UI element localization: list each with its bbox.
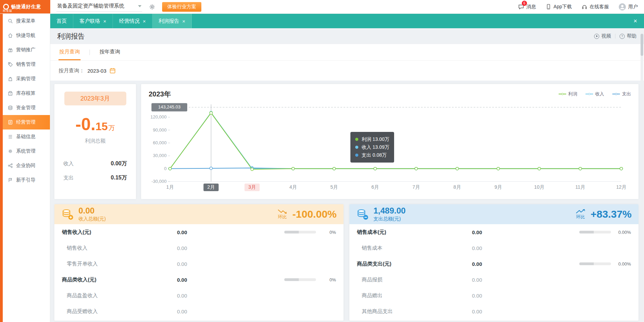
settings-button[interactable]: [149, 4, 155, 10]
profit-line-chart: -30,000030,00060,00090,000120,000143,245…: [149, 102, 631, 192]
inventory-icon: [8, 91, 13, 96]
svg-text:2月: 2月: [207, 184, 215, 190]
svg-text:3月: 3月: [248, 184, 256, 190]
svg-text:8月: 8月: [453, 184, 461, 190]
progress-percent: 0%: [319, 230, 336, 235]
tab-经营情况[interactable]: 经营情况×: [113, 14, 152, 28]
stat-row: 销售收入0.00: [54, 240, 344, 256]
close-tab-icon[interactable]: ×: [182, 18, 186, 24]
stat-row: 其他商品支出0.00: [349, 303, 638, 319]
progress-bar: 0.00%: [579, 261, 631, 267]
sidebar-item-label: 新手引导: [16, 177, 35, 183]
headset-icon: [581, 4, 588, 10]
sidebar-item-business[interactable]: 经营管理: [0, 115, 50, 129]
calendar-icon[interactable]: [109, 67, 116, 74]
logo-edition: 标准版: [3, 9, 12, 13]
app-download-button[interactable]: App下载: [546, 4, 572, 10]
query-tabs: 按月查询 按年查询: [50, 44, 644, 61]
message-badge: 6: [522, 1, 527, 6]
legend-item-利润[interactable]: 利润: [559, 91, 577, 97]
guide-icon: [8, 177, 13, 183]
stat-row-value: 0.00: [472, 229, 579, 235]
sidebar-item-funds[interactable]: 资金管理: [0, 101, 50, 115]
stat-row-label: 销售收入(元): [62, 229, 177, 236]
scrollbar[interactable]: [641, 30, 643, 321]
sidebar-item-search[interactable]: 搜索菜单: [0, 14, 50, 28]
tab-label: 经营情况: [119, 18, 140, 24]
stat-row-label: 销售收入: [62, 245, 177, 251]
tab-yearly-query[interactable]: 按年查询: [99, 44, 121, 60]
sidebar-item-label: 经营管理: [16, 119, 35, 125]
tab-monthly-query[interactable]: 按月查询: [59, 44, 81, 60]
svg-text:30,000: 30,000: [153, 153, 167, 158]
progress-percent: 0.00%: [614, 261, 631, 267]
video-link[interactable]: 视频: [594, 33, 611, 39]
month-query-label: 按月查询：: [59, 67, 84, 74]
sidebar-item-inventory[interactable]: 库存核算: [0, 86, 50, 101]
tab-label: 首页: [56, 18, 67, 24]
avatar-icon: [619, 3, 626, 11]
svg-text:1月: 1月: [166, 184, 174, 190]
system-select[interactable]: 装备及固定资产辅助管理系统: [56, 2, 142, 12]
income-row: 收入 0.00万: [61, 157, 130, 171]
sales-icon: [8, 62, 13, 67]
logo-title: 畅捷通好生意: [11, 4, 41, 10]
profit-summary-card: 2023年3月 -0.15万 利润总额 收入 0.00万: [54, 84, 136, 199]
sidebar-item-info[interactable]: 基础信息: [0, 129, 50, 144]
search-icon: [8, 18, 13, 24]
help-link[interactable]: ? 帮助: [620, 33, 636, 39]
tab-首页[interactable]: 首页: [50, 14, 73, 28]
tab-label: 客户联络: [80, 18, 100, 24]
ratio-label: 环比: [278, 214, 287, 220]
sidebar-item-label: 搜索菜单: [16, 18, 35, 24]
user-menu[interactable]: 用户: [619, 3, 638, 11]
sidebar-item-home[interactable]: 快捷导航: [0, 28, 50, 43]
sidebar-item-purchase[interactable]: 采购管理: [0, 72, 50, 86]
ratio-label: 环比: [576, 214, 585, 220]
sidebar-item-sales[interactable]: 销售管理: [0, 57, 50, 72]
stat-row-label: 商品盘盈收入: [62, 292, 177, 299]
legend-marker-icon: [559, 93, 566, 95]
progress-bar: 0%: [284, 277, 336, 282]
page-header: 利润报告 视频 ? 帮助: [50, 28, 644, 44]
svg-text:4月: 4月: [289, 184, 297, 190]
sidebar-item-label: 销售管理: [16, 61, 35, 67]
close-all-tabs-icon[interactable]: ×: [626, 14, 644, 28]
svg-text:10月: 10月: [534, 184, 545, 190]
period-badge: 2023年3月: [64, 92, 126, 105]
messages-button[interactable]: 6 消息: [518, 4, 536, 10]
income-card-header: 0.00 收入总额(元) 环比: [54, 204, 344, 224]
sidebar-item-promo[interactable]: 营销推广: [0, 43, 50, 57]
purchase-icon: [8, 76, 13, 82]
expense-row: 支出 0.15万: [61, 171, 130, 185]
coins-minus-icon: [356, 208, 369, 220]
close-tab-icon[interactable]: ×: [103, 18, 106, 24]
trial-plan-button[interactable]: 体验行业方案: [162, 2, 201, 12]
system-select-value: 装备及固定资产辅助管理系统: [57, 3, 124, 9]
svg-text:60,000: 60,000: [153, 140, 167, 145]
online-service-button[interactable]: 在线客服: [581, 4, 609, 10]
sidebar-item-label: 库存核算: [16, 90, 35, 96]
sidebar-item-collab[interactable]: 企业协同: [0, 158, 50, 173]
close-tab-icon[interactable]: ×: [143, 18, 146, 24]
svg-text:90,000: 90,000: [153, 127, 167, 133]
stat-row: 零售开单收入0.00: [54, 256, 344, 272]
income-total: 0.00: [78, 206, 106, 215]
expense-total: 1,489.00: [373, 206, 405, 215]
app-logo[interactable]: 畅捷通好生意 标准版: [0, 0, 50, 13]
scrollbar-thumb[interactable]: [641, 34, 643, 56]
stat-row: 销售收入(元)0.000%: [54, 224, 344, 240]
summary-kv: 收入 0.00万 支出 0.15万: [61, 157, 130, 185]
sidebar-item-guide[interactable]: 新手引导: [0, 173, 50, 187]
legend-item-收入[interactable]: 收入: [585, 91, 604, 97]
topbar: 畅捷通好生意 标准版 装备及固定资产辅助管理系统 体验行业方案: [0, 0, 644, 14]
topbar-right: 6 消息 App下载 在线客服: [518, 3, 638, 11]
sidebar-item-system[interactable]: 系统管理: [0, 144, 50, 158]
tab-利润报告[interactable]: 利润报告×: [152, 14, 192, 28]
sidebar-item-label: 企业协同: [16, 163, 35, 169]
legend-item-支出[interactable]: 支出: [612, 91, 631, 97]
month-picker-value[interactable]: 2023-03: [87, 68, 106, 74]
app-root: 畅捷通好生意 标准版 装备及固定资产辅助管理系统 体验行业方案: [0, 0, 644, 322]
tab-客户联络[interactable]: 客户联络×: [73, 14, 113, 28]
page-links: 视频 ? 帮助: [594, 33, 636, 39]
